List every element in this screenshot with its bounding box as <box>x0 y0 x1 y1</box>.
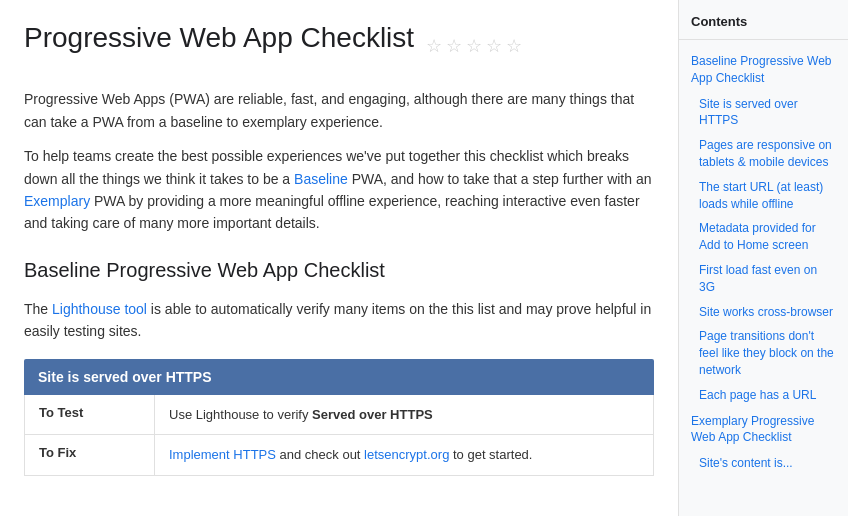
implement-https-link[interactable]: Implement HTTPS <box>169 447 276 462</box>
star-4[interactable]: ☆ <box>486 35 502 57</box>
toc-sub-transitions[interactable]: Page transitions don't feel like they bl… <box>679 324 848 382</box>
https-table: Site is served over HTTPS To Test Use Li… <box>24 359 654 476</box>
star-1[interactable]: ☆ <box>426 35 442 57</box>
star-rating[interactable]: ☆ ☆ ☆ ☆ ☆ <box>426 35 522 57</box>
title-row: Progressive Web App Checklist ☆ ☆ ☆ ☆ ☆ <box>24 20 654 72</box>
bold-served: Served over HTTPS <box>312 407 433 422</box>
to-fix-after: to get started. <box>449 447 532 462</box>
toc-sub-firstload[interactable]: First load fast even on 3G <box>679 258 848 300</box>
toc-title: Contents <box>679 14 848 40</box>
to-fix-value: Implement HTTPS and check out letsencryp… <box>155 435 653 475</box>
intro-paragraph-1: Progressive Web Apps (PWA) are reliable,… <box>24 88 654 133</box>
table-body: To Test Use Lighthouse to verify Served … <box>24 395 654 476</box>
letsencrypt-link[interactable]: letsencrypt.org <box>364 447 449 462</box>
intro2-middle: PWA, and how to take that a step further… <box>348 171 652 187</box>
to-test-value: Use Lighthouse to verify Served over HTT… <box>155 395 653 435</box>
main-content: Progressive Web App Checklist ☆ ☆ ☆ ☆ ☆ … <box>0 0 678 516</box>
page-title: Progressive Web App Checklist <box>24 20 414 56</box>
to-fix-label: To Fix <box>25 435 155 475</box>
table-row: To Test Use Lighthouse to verify Served … <box>25 395 653 436</box>
exemplary-link[interactable]: Exemplary <box>24 193 90 209</box>
toc-sub-responsive[interactable]: Pages are responsive on tablets & mobile… <box>679 133 848 175</box>
table-header: Site is served over HTTPS <box>24 359 654 395</box>
star-5[interactable]: ☆ <box>506 35 522 57</box>
baseline-link[interactable]: Baseline <box>294 171 348 187</box>
toc-sub-https[interactable]: Site is served over HTTPS <box>679 92 848 134</box>
section-title: Baseline Progressive Web App Checklist <box>24 259 654 282</box>
section-intro: The Lighthouse tool is able to automatic… <box>24 298 654 343</box>
intro-paragraph-2: To help teams create the best possible e… <box>24 145 654 235</box>
to-fix-middle: and check out <box>276 447 364 462</box>
star-2[interactable]: ☆ <box>446 35 462 57</box>
intro2-after: PWA by providing a more meaningful offli… <box>24 193 640 231</box>
toc-item-exemplary[interactable]: Exemplary Progressive Web App Checklist <box>679 408 848 452</box>
toc-sub-content[interactable]: Site's content is... <box>679 451 848 476</box>
lighthouse-link[interactable]: Lighthouse tool <box>52 301 147 317</box>
to-test-label: To Test <box>25 395 155 435</box>
toc-sub-url[interactable]: Each page has a URL <box>679 383 848 408</box>
star-3[interactable]: ☆ <box>466 35 482 57</box>
toc-sub-metadata[interactable]: Metadata provided for Add to Home screen <box>679 216 848 258</box>
toc-sub-offline[interactable]: The start URL (at least) loads while off… <box>679 175 848 217</box>
toc-sub-crossbrowser[interactable]: Site works cross-browser <box>679 300 848 325</box>
table-row-fix: To Fix Implement HTTPS and check out let… <box>25 435 653 475</box>
section-intro-before: The <box>24 301 52 317</box>
toc-item-baseline[interactable]: Baseline Progressive Web App Checklist <box>679 48 848 92</box>
table-of-contents: Contents Baseline Progressive Web App Ch… <box>678 0 848 516</box>
